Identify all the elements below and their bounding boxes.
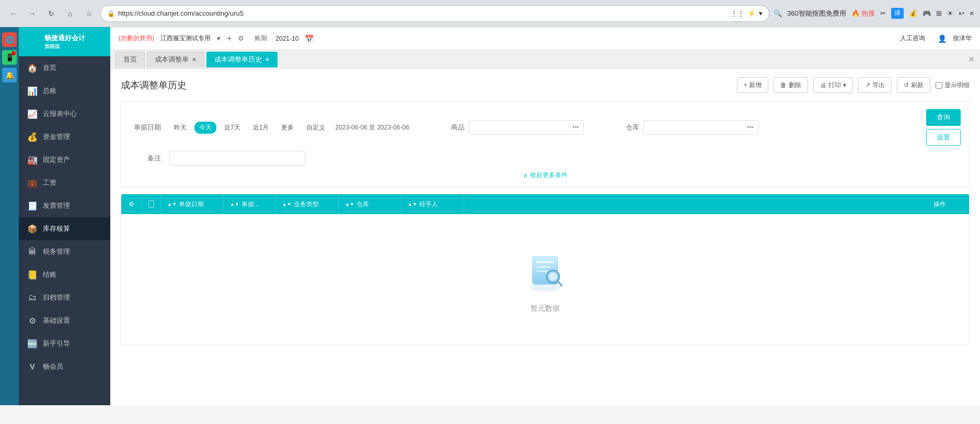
content-area: (勿删勿禁用) 江西服宝测试专用 ▾ + ⚙ 账期 2021-10 📅 人工咨询… [110, 27, 980, 405]
sidebar-item-archive[interactable]: 🗂 归档管理 [19, 286, 110, 309]
sidebar-item-guide[interactable]: 🆕 新手引导 [19, 332, 110, 355]
user-avatar: 👤 [938, 34, 947, 43]
delete-label: 删除 [789, 81, 801, 90]
goods-select[interactable]: ••• [469, 120, 584, 135]
date-btn-more[interactable]: 更多 [276, 122, 298, 134]
sidebar-label-ledger: 总账 [43, 86, 56, 96]
th-check[interactable] [142, 194, 161, 214]
coin-icon: 💰 [909, 9, 917, 17]
app-top-bar: (勿删勿禁用) 江西服宝测试专用 ▾ + ⚙ 账期 2021-10 📅 人工咨询… [110, 27, 980, 50]
date-btn-last-month[interactable]: 近1月 [248, 122, 274, 134]
browser-chrome: ← → ↻ ⌂ ☆ 🔒 https://cloud.chanjet.com/ac… [0, 0, 980, 27]
home-btn[interactable]: ⌂ [63, 6, 77, 21]
select-all-checkbox[interactable] [148, 201, 154, 208]
collapse-arrow-icon: ∧ [523, 172, 528, 179]
filter-row-date: 单据日期 昨天 今天 近7天 近1月 更多 自定义 2023-06-06 至 2… [130, 109, 961, 146]
settings-icon-header: ⚙ [129, 201, 134, 208]
sidebar-label-payroll: 工资 [43, 178, 56, 187]
sidebar-item-ledger[interactable]: 📊 总账 [19, 79, 110, 102]
query-btn[interactable]: 查询 [926, 109, 961, 126]
reload-btn[interactable]: ↻ [44, 6, 59, 21]
sidebar-item-settings[interactable]: ⚙ 基础设置 [19, 309, 110, 332]
tab-cost-adjust-close[interactable]: ✕ [192, 56, 197, 63]
warehouse-select[interactable]: ••• [643, 120, 758, 135]
date-btn-yesterday[interactable]: 昨天 [169, 122, 191, 134]
payroll-icon: 💼 [27, 178, 38, 188]
sidebar-item-funds[interactable]: 💰 资金管理 [19, 125, 110, 148]
date-btn-custom[interactable]: 自定义 [302, 122, 330, 134]
company-settings-btn[interactable]: ⚙ [238, 34, 244, 42]
browser-dropdown-icon: ▾ [759, 9, 763, 17]
collapse-label: 收起更多条件 [530, 171, 568, 180]
sidebar-item-payroll[interactable]: 💼 工资 [19, 171, 110, 194]
sidebar-item-invoice[interactable]: 🧾 发票管理 [19, 194, 110, 217]
collapse-btn[interactable]: ∧ 收起更多条件 [130, 171, 961, 180]
company-warning: (勿删勿禁用) [119, 34, 154, 43]
quick-icon-3[interactable]: 🔔 [2, 68, 17, 83]
sidebar-item-tax[interactable]: 🏛 税务管理 [19, 240, 110, 263]
logo-name: 畅捷通好会计 [44, 33, 85, 43]
sidebar-item-fixed-assets[interactable]: 🏭 固定资产 [19, 148, 110, 171]
th-person[interactable]: ▲▼ 经手人 [401, 194, 464, 214]
sidebar-item-vip[interactable]: V 畅会员 [19, 355, 110, 378]
delete-icon: 🗑 [780, 81, 787, 89]
add-company-btn[interactable]: + [227, 34, 232, 43]
filter-settings-btn[interactable]: 设置 [926, 129, 961, 146]
th-type[interactable]: ▲▼ 业务类型 [276, 194, 339, 214]
refresh-btn[interactable]: ↺ 刷新 [897, 77, 930, 93]
svg-rect-3 [536, 261, 554, 263]
sidebar-item-reports[interactable]: 📈 云报表中心 [19, 102, 110, 125]
tab-home[interactable]: 首页 [116, 52, 145, 67]
delete-btn[interactable]: 🗑 删除 [774, 77, 808, 93]
date-btn-last7[interactable]: 近7天 [220, 122, 245, 134]
sidebar-logo: 畅捷通好会计 旗舰版 [19, 27, 110, 56]
sidebar-item-home[interactable]: 🏠 首页 [19, 56, 110, 79]
vip-icon: V [27, 362, 38, 371]
show-columns-checkbox[interactable] [936, 82, 942, 89]
th-date[interactable]: ▲▼ 单据日期 [161, 194, 224, 214]
page-title: 成本调整单历史 [121, 79, 187, 91]
bookmark-btn[interactable]: ☆ [82, 6, 96, 21]
tab-cost-adjust[interactable]: 成本调整单 ✕ [147, 52, 204, 67]
th-settings[interactable]: ⚙ [121, 194, 142, 214]
date-range-text: 2023-06-06 至 2023-06-06 [335, 123, 409, 132]
tab-cost-adjust-history-close[interactable]: ✕ [265, 56, 270, 63]
address-bar[interactable]: 🔒 https://cloud.chanjet.com/accounting/u… [100, 5, 769, 22]
sun-icon: ☀ [947, 9, 953, 17]
sidebar-label-close: 结账 [43, 270, 56, 279]
th-date-label: 单据日期 [179, 200, 204, 209]
url-text: https://cloud.chanjet.com/accounting/uru… [118, 9, 728, 17]
company-dropdown-btn[interactable]: ▾ [217, 34, 221, 42]
new-btn[interactable]: + 新增 [737, 77, 768, 93]
consult-label[interactable]: 人工咨询 [900, 34, 925, 43]
tab-cost-adjust-history-label: 成本调整单历史 [214, 55, 262, 64]
tab-cost-adjust-label: 成本调整单 [155, 55, 189, 64]
fixed-assets-icon: 🏭 [27, 155, 38, 165]
forward-btn[interactable]: → [25, 6, 40, 21]
undo-icon: ↩ [959, 9, 964, 17]
quick-icon-1[interactable]: 🌐 [2, 32, 17, 47]
scissors-icon: ✂ [880, 9, 886, 17]
sidebar-item-inventory[interactable]: 📦 库存核算 [19, 217, 110, 240]
th-type-label: 业务类型 [294, 200, 319, 209]
th-voucher[interactable]: ▲▼ 单据... [224, 194, 276, 214]
print-label: 打印 [828, 81, 841, 90]
app-layout: 🌐 📱 🔔 畅捷通好会计 旗舰版 🏠 首页 📊 总账 📈 云报表中心 💰 [0, 27, 980, 405]
export-btn[interactable]: ↗ 导出 [858, 77, 892, 93]
back-btn[interactable]: ← [6, 6, 21, 21]
close-all-tabs-btn[interactable]: ✕ [968, 54, 975, 64]
tab-cost-adjust-history[interactable]: 成本调整单历史 ✕ [206, 52, 278, 67]
refresh-label: 刷新 [911, 81, 924, 90]
date-btn-today[interactable]: 今天 [194, 122, 216, 134]
logo-sub: 旗舰版 [44, 43, 85, 50]
browser-apps-icon: ⋮⋮ [731, 9, 744, 17]
th-person-label: 经手人 [419, 200, 438, 209]
note-input[interactable] [169, 151, 305, 166]
sidebar-item-close[interactable]: 📒 结账 [19, 263, 110, 286]
print-btn[interactable]: 🖨 打印 ▾ [813, 77, 853, 93]
th-warehouse[interactable]: ▲▼ 仓库 [339, 194, 401, 214]
calendar-icon: 📅 [305, 34, 314, 43]
sidebar-label-invoice: 发票管理 [43, 201, 70, 210]
page-content: 成本调整单历史 + 新增 🗑 删除 🖨 打印 ▾ ↗ 导出 [110, 69, 980, 405]
quick-icon-2[interactable]: 📱 [2, 50, 17, 65]
